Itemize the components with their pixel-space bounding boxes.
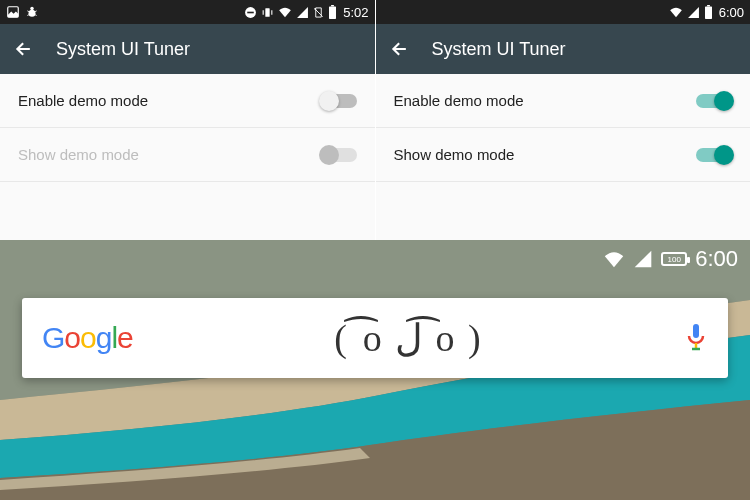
row-label: Show demo mode bbox=[18, 146, 139, 163]
settings-list-left: Enable demo mode Show demo mode bbox=[0, 74, 375, 240]
homescreen-time: 6:00 bbox=[695, 246, 738, 272]
svg-rect-8 bbox=[247, 11, 254, 13]
row-show-demo: Show demo mode bbox=[0, 128, 375, 182]
search-bar[interactable]: Google ( ͡o ل ͡o ) bbox=[22, 298, 728, 378]
status-bar-left: 5:02 bbox=[0, 0, 375, 24]
svg-rect-14 bbox=[331, 5, 334, 6]
bug-icon bbox=[25, 5, 39, 19]
toggle-enable-demo[interactable] bbox=[321, 94, 357, 108]
wifi-icon bbox=[669, 5, 683, 19]
app-bar-right: System UI Tuner bbox=[376, 24, 751, 74]
svg-point-2 bbox=[30, 7, 34, 11]
svg-rect-13 bbox=[329, 6, 336, 19]
app-bar-title: System UI Tuner bbox=[56, 39, 190, 60]
search-content: ( ͡o ل ͡o ) bbox=[133, 316, 684, 360]
svg-rect-15 bbox=[705, 6, 712, 19]
row-enable-demo[interactable]: Enable demo mode bbox=[376, 74, 751, 128]
row-show-demo[interactable]: Show demo mode bbox=[376, 128, 751, 182]
row-label: Enable demo mode bbox=[394, 92, 524, 109]
battery-badge: 100 bbox=[661, 252, 687, 266]
toggle-enable-demo[interactable] bbox=[696, 94, 732, 108]
image-icon bbox=[6, 5, 20, 19]
svg-rect-18 bbox=[693, 324, 699, 338]
homescreen-status: 100 6:00 bbox=[603, 246, 738, 272]
signal-icon bbox=[296, 6, 309, 19]
row-label: Enable demo mode bbox=[18, 92, 148, 109]
battery-icon bbox=[704, 5, 713, 19]
dnd-icon bbox=[244, 6, 257, 19]
status-time-right: 6:00 bbox=[719, 5, 744, 20]
toggle-show-demo[interactable] bbox=[696, 148, 732, 162]
signal-icon bbox=[687, 6, 700, 19]
row-label: Show demo mode bbox=[394, 146, 515, 163]
app-bar-title: System UI Tuner bbox=[432, 39, 566, 60]
battery-icon bbox=[328, 5, 337, 19]
back-icon[interactable] bbox=[14, 39, 34, 59]
wifi-icon bbox=[278, 5, 292, 19]
signal-icon bbox=[633, 249, 653, 269]
wifi-icon bbox=[603, 248, 625, 270]
status-time-left: 5:02 bbox=[343, 5, 368, 20]
app-bar-left: System UI Tuner bbox=[0, 24, 375, 74]
google-logo: Google bbox=[42, 321, 133, 355]
mic-icon[interactable] bbox=[684, 322, 708, 354]
homescreen: 100 6:00 Google ( ͡o ل ͡o ) bbox=[0, 240, 750, 500]
no-sim-icon bbox=[313, 6, 324, 19]
panel-left: 5:02 System UI Tuner Enable demo mode Sh… bbox=[0, 0, 376, 240]
svg-point-1 bbox=[29, 10, 36, 17]
panel-right: 6:00 System UI Tuner Enable demo mode Sh… bbox=[376, 0, 751, 240]
toggle-show-demo bbox=[321, 148, 357, 162]
status-bar-right: 6:00 bbox=[376, 0, 751, 24]
vibrate-icon bbox=[261, 6, 274, 19]
settings-list-right: Enable demo mode Show demo mode bbox=[376, 74, 751, 240]
row-enable-demo[interactable]: Enable demo mode bbox=[0, 74, 375, 128]
svg-rect-16 bbox=[707, 5, 710, 6]
back-icon[interactable] bbox=[390, 39, 410, 59]
svg-rect-9 bbox=[266, 8, 270, 17]
